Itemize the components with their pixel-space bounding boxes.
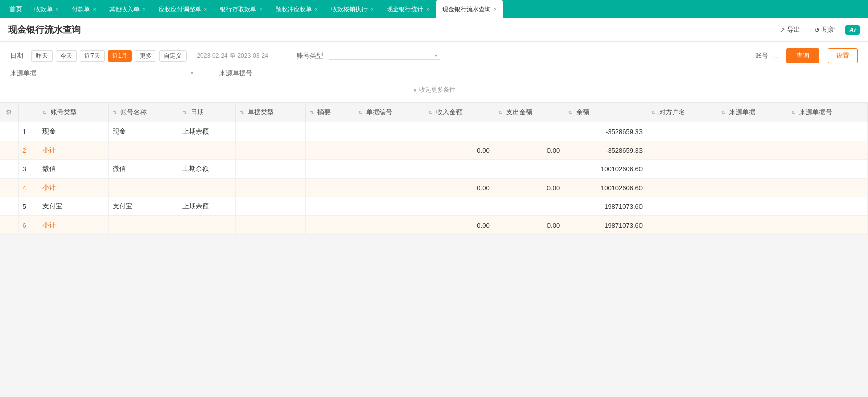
close-icon[interactable]: × (315, 7, 318, 12)
sort-icon: ⇅ (721, 110, 725, 115)
sort-icon: ⇅ (651, 110, 655, 115)
row-date: 上期余额 (178, 197, 236, 216)
row-doc-type (236, 122, 306, 141)
settings-button[interactable]: 设置 (828, 48, 858, 63)
close-icon[interactable]: × (259, 7, 262, 12)
col-balance[interactable]: ⇅ 余额 (564, 103, 647, 122)
export-button[interactable]: ↗ 导出 (775, 23, 804, 36)
tab-yingshoutiaozheng[interactable]: 应收应付调整单 × (153, 0, 213, 18)
row-settings (0, 197, 18, 216)
source-doc-no-input[interactable] (256, 68, 408, 78)
row-account-type: 现金 (38, 122, 109, 141)
tab-shoukuanhexiao[interactable]: 收款核销执行 × (325, 0, 380, 18)
row-source-doc (717, 160, 787, 179)
date-btn-1month[interactable]: 近1月 (108, 50, 132, 62)
row-income: 0.00 (424, 216, 494, 235)
date-btn-yesterday[interactable]: 昨天 (31, 50, 53, 62)
row-source-doc (717, 197, 787, 216)
data-table: ⚙ ⇅ 账号类型 ⇅ 账号名称 ⇅ 日期 ⇅ 单据类型 (0, 103, 868, 235)
close-icon[interactable]: × (371, 7, 374, 12)
row-counterparty (647, 141, 717, 160)
date-range-display: 2023-02-24 至 2023-03-24 (197, 52, 268, 60)
table-body: 1 现金 现金 上期余额 -3528659.33 2 小计 0.00 0.00 … (0, 122, 868, 235)
tab-shoukuandan[interactable]: 收款单 × (28, 0, 65, 18)
col-income[interactable]: ⇅ 收入金额 (424, 103, 494, 122)
tab-yushouChong[interactable]: 预收冲应收单 × (269, 0, 324, 18)
table-row: 6 小计 0.00 0.00 19871073.60 (0, 216, 868, 235)
row-counterparty (647, 160, 717, 179)
refresh-button[interactable]: ↺ 刷新 (810, 23, 839, 36)
row-date (178, 141, 236, 160)
row-source-doc (717, 141, 787, 160)
close-icon[interactable]: × (93, 7, 96, 12)
row-doc-type (236, 160, 306, 179)
row-doc-no (354, 160, 424, 179)
col-expense[interactable]: ⇅ 支出金额 (494, 103, 564, 122)
sort-icon: ⇅ (358, 110, 362, 115)
row-balance: 100102606.60 (564, 160, 647, 179)
tab-fukuandan[interactable]: 付款单 × (66, 0, 102, 18)
chevron-down-icon: ▾ (435, 53, 437, 58)
table-row: 5 支付宝 支付宝 上期余额 19871073.60 (0, 197, 868, 216)
col-date[interactable]: ⇅ 日期 (178, 103, 236, 122)
date-options: 昨天 今天 近7天 近1月 更多 自定义 (31, 50, 187, 62)
home-tab[interactable]: 首页 (4, 5, 27, 14)
account-ellipsis[interactable]: ... (772, 52, 778, 60)
row-doc-no (354, 122, 424, 141)
close-icon[interactable]: × (56, 7, 59, 12)
row-source-doc-no (787, 216, 868, 235)
row-doc-no (354, 216, 424, 235)
refresh-icon: ↺ (814, 26, 820, 34)
export-icon: ↗ (780, 26, 785, 34)
col-doc-no[interactable]: ⇅ 单据编号 (354, 103, 424, 122)
row-account-type: 微信 (38, 160, 109, 179)
close-icon[interactable]: × (204, 7, 207, 12)
page-title: 现金银行流水查询 (8, 24, 81, 36)
row-index: 1 (18, 122, 38, 141)
sort-icon: ⇅ (42, 110, 47, 115)
account-type-label: 账号类型 (297, 51, 323, 60)
row-expense (494, 160, 564, 179)
col-source-doc-no[interactable]: ⇅ 来源单据号 (787, 103, 868, 122)
source-doc-label: 来源单据 (10, 69, 36, 78)
date-btn-custom[interactable]: 自定义 (159, 50, 187, 62)
collapse-icon: ∧ (413, 86, 417, 94)
date-btn-more[interactable]: 更多 (135, 50, 156, 62)
gear-icon[interactable]: ⚙ (6, 108, 12, 116)
col-summary[interactable]: ⇅ 摘要 (305, 103, 354, 122)
date-label: 日期 (10, 51, 23, 60)
sort-icon: ⇅ (791, 110, 795, 115)
close-icon[interactable]: × (143, 7, 146, 12)
close-icon[interactable]: × (426, 7, 429, 12)
row-counterparty (647, 197, 717, 216)
source-doc-select[interactable]: ▾ (44, 69, 196, 77)
top-navigation: 首页 收款单 × 付款单 × 其他收入单 × 应收应付调整单 × 银行存取款单 … (0, 0, 868, 18)
col-account-name[interactable]: ⇅ 账号名称 (108, 103, 178, 122)
tab-qitashouru[interactable]: 其他收入单 × (103, 0, 152, 18)
ai-badge[interactable]: Ai (845, 25, 860, 35)
tab-xianjinyinhang[interactable]: 现金银行统计 × (381, 0, 435, 18)
row-income: 0.00 (424, 141, 494, 160)
date-btn-7days[interactable]: 近7天 (80, 50, 105, 62)
tab-liushui[interactable]: 现金银行流水查询 × (436, 0, 503, 18)
date-btn-today[interactable]: 今天 (56, 50, 77, 62)
account-type-select[interactable]: ▾ (329, 52, 440, 60)
header-actions: ↗ 导出 ↺ 刷新 Ai (775, 23, 860, 36)
table-row: 4 小计 0.00 0.00 100102606.60 (0, 179, 868, 197)
row-account-name (108, 179, 178, 197)
query-button[interactable]: 查询 (786, 48, 819, 63)
row-doc-type (236, 216, 306, 235)
tab-yinhangcunqu[interactable]: 银行存取款单 × (214, 0, 268, 18)
close-icon[interactable]: × (494, 7, 497, 12)
row-settings (0, 179, 18, 197)
col-counterparty[interactable]: ⇅ 对方户名 (647, 103, 717, 122)
collapse-bar[interactable]: ∧ 收起更多条件 (10, 83, 858, 96)
row-counterparty (647, 216, 717, 235)
col-account-type[interactable]: ⇅ 账号类型 (38, 103, 109, 122)
row-index: 6 (18, 216, 38, 235)
row-doc-no (354, 197, 424, 216)
col-doc-type[interactable]: ⇅ 单据类型 (236, 103, 306, 122)
row-account-type: 小计 (38, 216, 109, 235)
col-source-doc[interactable]: ⇅ 来源单据 (717, 103, 787, 122)
source-doc-no-label: 来源单据号 (219, 69, 252, 78)
